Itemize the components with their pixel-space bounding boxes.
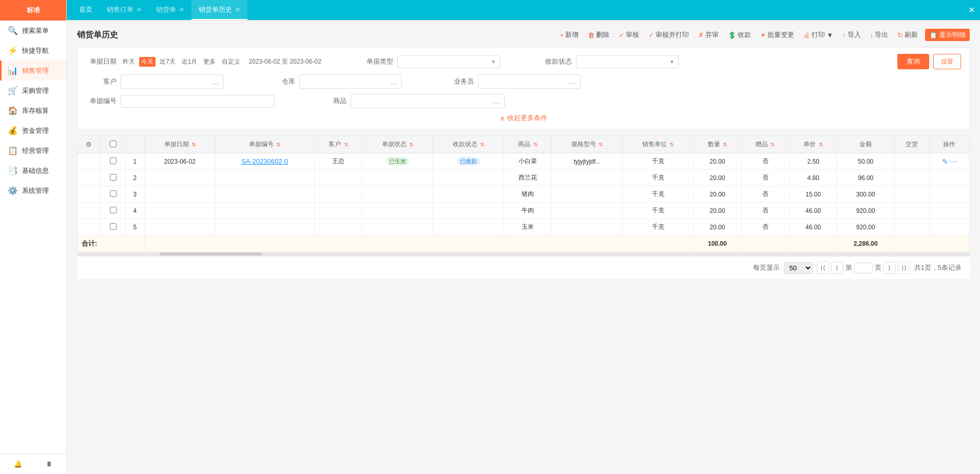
th-settings[interactable]: ⚙ <box>78 136 101 153</box>
th-payment-status[interactable]: 收款状态 ⇅ <box>433 136 504 153</box>
td-doc-number[interactable]: SA-20230602-0 <box>215 153 314 170</box>
date-shortcut-1month[interactable]: 近1月 <box>180 57 200 67</box>
abandon-button[interactable]: ✗ 弃审 <box>696 29 721 41</box>
sidebar-item-quicknav[interactable]: ⚡ 快捷导航 <box>0 41 66 61</box>
collect-button[interactable]: 💲 收款 <box>726 29 753 41</box>
more-icon[interactable]: ⋯ <box>950 157 957 166</box>
td-checkbox[interactable] <box>101 186 125 203</box>
total-records-info: 共1页，5条记录 <box>914 263 962 272</box>
select-all-checkbox[interactable] <box>110 141 117 147</box>
batch-change-button[interactable]: ✦ 批量变更 <box>758 29 796 41</box>
sidebar-item-sales[interactable]: 📊 销售管理 <box>0 61 66 81</box>
date-shortcut-yesterday[interactable]: 昨天 <box>121 57 137 67</box>
sidebar-item-search[interactable]: 🔍 搜索菜单 <box>0 21 66 41</box>
audit-print-button[interactable]: ✓ 审核并打印 <box>646 29 691 41</box>
sidebar-notification-icon[interactable]: 🔔 <box>14 460 22 468</box>
td-action[interactable] <box>929 219 969 235</box>
td-checkbox[interactable] <box>101 219 125 235</box>
td-doc-number[interactable] <box>215 219 314 235</box>
collapse-button[interactable]: ∧ 收起更多条件 <box>86 113 961 123</box>
tab-sales-history-close[interactable]: ✕ <box>235 6 240 13</box>
td-doc-number[interactable] <box>215 170 314 186</box>
sidebar-item-purchase[interactable]: 🛒 采购管理 <box>0 81 66 101</box>
warehouse-dots[interactable]: ... <box>391 77 397 86</box>
row-checkbox[interactable] <box>110 207 117 213</box>
payment-select[interactable] <box>576 55 679 68</box>
print-button[interactable]: 🖨 打印 ▼ <box>801 29 835 41</box>
sidebar-item-finance[interactable]: 💰 资金管理 <box>0 121 66 141</box>
customer-input[interactable] <box>125 78 212 85</box>
row-checkbox[interactable] <box>110 190 117 197</box>
td-checkbox[interactable] <box>101 153 125 170</box>
tab-close-all[interactable]: ✕ <box>968 5 975 15</box>
row-checkbox[interactable] <box>110 174 117 181</box>
goods-dots[interactable]: ... <box>493 96 500 106</box>
customer-dots[interactable]: ... <box>212 77 219 86</box>
show-detail-button[interactable]: 📋 显示明细 <box>925 29 970 41</box>
salesperson-input[interactable] <box>483 78 569 85</box>
goods-input[interactable] <box>355 97 493 105</box>
scrollbar-thumb[interactable] <box>160 252 262 255</box>
prev-page-button[interactable]: ⟨ <box>831 262 843 274</box>
page-input[interactable]: 1 <box>854 263 873 273</box>
tab-sales-goods-close[interactable]: ✕ <box>179 6 184 13</box>
per-page-select[interactable]: 50 100 <box>784 262 813 274</box>
docnumber-input[interactable] <box>121 95 275 108</box>
sort-qty-icon: ⇅ <box>723 142 727 147</box>
tab-sales-goods[interactable]: 销货单 ✕ <box>149 0 191 20</box>
horizontal-scrollbar[interactable] <box>78 252 969 255</box>
tab-home[interactable]: 首页 <box>72 0 100 20</box>
audit-button[interactable]: ✓ 审核 <box>617 29 641 41</box>
tab-sales-order[interactable]: 销售订单 ✕ <box>100 0 149 20</box>
th-spec[interactable]: 规格型号 ⇅ <box>552 136 623 153</box>
th-unit[interactable]: 销售单位 ⇅ <box>623 136 694 153</box>
tab-sales-order-close[interactable]: ✕ <box>137 6 142 13</box>
sidebar-pause-icon[interactable]: ⏸ <box>46 460 52 468</box>
last-page-button[interactable]: ⟩⟩ <box>898 262 910 274</box>
sidebar-item-system[interactable]: ⚙️ 系统管理 <box>0 181 66 201</box>
set-button[interactable]: 设置 <box>933 54 961 69</box>
td-doc-number[interactable] <box>215 186 314 203</box>
date-shortcut-7days[interactable]: 近7天 <box>158 57 178 67</box>
th-gift[interactable]: 赠品 ⇅ <box>741 136 789 153</box>
salesperson-dots[interactable]: ... <box>569 77 576 86</box>
td-checkbox[interactable] <box>101 170 125 186</box>
export-button[interactable]: ↓ 导出 <box>868 29 891 41</box>
first-page-button[interactable]: ⟨⟨ <box>817 262 829 274</box>
td-action[interactable]: ✎ ⋯ <box>929 153 969 170</box>
sidebar-item-operations[interactable]: 📋 经营管理 <box>0 141 66 161</box>
next-page-button[interactable]: ⟩ <box>883 262 896 274</box>
td-doc-number[interactable] <box>215 203 314 219</box>
date-shortcut-more[interactable]: 更多 <box>201 57 218 67</box>
doc-number-link[interactable]: SA-20230602-0 <box>241 157 288 165</box>
import-button[interactable]: ↑ 导入 <box>840 29 863 41</box>
doctype-select[interactable] <box>397 55 500 68</box>
tab-sales-history[interactable]: 销货单历史 ✕ <box>191 0 247 20</box>
query-button[interactable]: 查询 <box>897 54 929 69</box>
th-qty[interactable]: 数量 ⇅ <box>694 136 741 153</box>
td-action[interactable] <box>929 170 969 186</box>
tab-bar: 首页 销售订单 ✕ 销货单 ✕ 销货单历史 ✕ ✕ <box>67 0 980 21</box>
pagination: 每页显示 50 100 ⟨⟨ ⟨ 第 1 页 ⟩ ⟩⟩ 共1页，5条记录 <box>77 256 970 279</box>
warehouse-input[interactable] <box>304 78 391 85</box>
new-button[interactable]: + 新增 <box>558 29 581 41</box>
th-price[interactable]: 单价 ⇅ <box>789 136 837 153</box>
th-doc-date[interactable]: 单据日期 ⇅ <box>144 136 215 153</box>
td-action[interactable] <box>929 186 969 203</box>
td-action[interactable] <box>929 203 969 219</box>
edit-icon[interactable]: ✎ <box>942 157 948 166</box>
td-checkbox[interactable] <box>101 203 125 219</box>
th-doc-status[interactable]: 单据状态 ⇅ <box>362 136 433 153</box>
th-customer[interactable]: 客户 ⇅ <box>314 136 362 153</box>
th-goods[interactable]: 商品 ⇅ <box>504 136 551 153</box>
row-checkbox[interactable] <box>110 223 117 230</box>
refresh-button[interactable]: ↻ 刷新 <box>895 29 920 41</box>
sidebar-item-inventory[interactable]: 🏠 库存核算 <box>0 101 66 121</box>
sidebar-item-basic[interactable]: 📑 基础信息 <box>0 161 66 181</box>
th-doc-number[interactable]: 单据编号 ⇅ <box>215 136 314 153</box>
date-shortcut-today[interactable]: 今天 <box>139 57 156 67</box>
th-checkbox[interactable] <box>101 136 125 153</box>
row-checkbox[interactable] <box>110 157 117 164</box>
delete-button[interactable]: 🗑 删除 <box>586 29 611 41</box>
date-shortcut-custom[interactable]: 自定义 <box>220 57 242 67</box>
